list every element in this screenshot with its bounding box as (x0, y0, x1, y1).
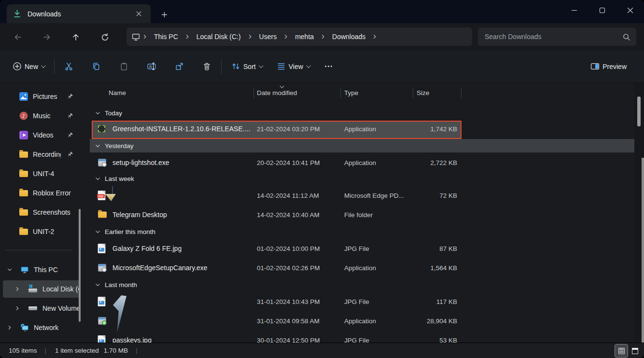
column-separator[interactable] (413, 88, 413, 98)
file-row-galaxy-z-fold[interactable]: Galaxy Z Fold 6 FE.jpg 01-02-2024 10:00 … (90, 240, 634, 257)
file-row-telegram-desktop[interactable]: Telegram Desktop 14-02-2024 10:40 AM Fil… (90, 207, 634, 223)
window-edge-scrollbar (642, 158, 644, 343)
chevron-right-icon (320, 33, 326, 40)
file-row-edge-setup-canary[interactable]: MicrosoftEdgeSetupCanary.exe 01-02-2024 … (90, 260, 634, 276)
column-separator[interactable] (461, 88, 462, 98)
new-tab-button[interactable] (158, 9, 170, 20)
rename-button[interactable]: A (143, 57, 160, 76)
group-header-earlier-this-month[interactable]: Earlier this month (90, 225, 634, 238)
close-button[interactable] (616, 0, 644, 20)
ellipsis-icon (324, 62, 333, 71)
close-icon (627, 7, 633, 14)
chevron-right-icon[interactable] (14, 286, 20, 292)
chevron-down-icon[interactable] (7, 267, 13, 273)
sidebar-item-unit-4[interactable]: UNIT-4 (3, 165, 80, 182)
file-size: 117 KB (436, 298, 457, 305)
column-separator[interactable] (340, 88, 341, 98)
minimize-button[interactable] (560, 0, 588, 20)
more-options-button[interactable] (320, 57, 337, 76)
delete-button[interactable] (198, 57, 215, 76)
column-header-name[interactable]: Name (109, 89, 126, 96)
jpg-file-icon (98, 244, 105, 253)
sidebar-item-videos[interactable]: Videos (3, 126, 80, 144)
view-button[interactable]: View (273, 57, 313, 76)
group-label: Yesterday (105, 142, 134, 150)
file-row-setup-lightshot[interactable]: setup-lightshot.exe 20-02-2024 10:41 PM … (90, 154, 634, 171)
column-header-size[interactable]: Size (417, 89, 429, 96)
breadcrumb-users[interactable]: Users (254, 33, 282, 41)
refresh-icon (100, 33, 110, 42)
details-view-button[interactable] (615, 344, 628, 357)
chevron-right-icon[interactable] (14, 305, 20, 311)
new-button[interactable]: New (9, 57, 48, 76)
copy-button[interactable] (88, 57, 105, 76)
sidebar-item-roblox-error[interactable]: Roblox Error (3, 184, 80, 202)
this-pc-icon (131, 32, 140, 41)
refresh-button[interactable] (98, 30, 112, 44)
preview-label: Preview (602, 63, 627, 70)
sidebar-item-network[interactable]: Network (3, 319, 80, 336)
sort-button[interactable]: Sort (227, 57, 266, 76)
column-header-type[interactable]: Type (344, 89, 358, 96)
sidebar-item-this-pc[interactable]: This PC (3, 261, 80, 278)
new-label: New (25, 63, 38, 70)
file-row-passkeys[interactable]: passkeys.jpg 30-01-2024 12:50 PM JPG Fil… (90, 332, 634, 344)
search-input[interactable] (478, 33, 622, 41)
sidebar-scrollbar[interactable] (79, 209, 81, 322)
tab-downloads[interactable]: Downloads (7, 4, 151, 23)
breadcrumb-mehta[interactable]: mehta (290, 33, 319, 41)
column-header-date-modified[interactable]: Date modified (257, 89, 297, 96)
group-header-last-week[interactable]: Last week (90, 172, 634, 185)
cut-button[interactable] (60, 57, 77, 76)
sidebar-item-new-volume[interactable]: New Volume (3, 300, 80, 317)
folder-icon (19, 171, 28, 177)
drive-icon (28, 305, 38, 312)
toolbar-separator (54, 59, 55, 74)
chevron-right-icon[interactable] (7, 325, 13, 330)
up-button[interactable] (69, 30, 83, 44)
preview-button[interactable]: Preview (587, 57, 633, 76)
sidebar-item-screenshots[interactable]: Screenshots (3, 204, 80, 221)
file-row-application-1[interactable]: 31-01-2024 09:58 AM Application 28,904 K… (90, 313, 634, 329)
file-size: 28,904 KB (427, 317, 457, 325)
sidebar-item-local-disk-c[interactable]: Local Disk (C:) (3, 280, 80, 298)
maximize-icon (600, 8, 605, 13)
breadcrumb-local-disk[interactable]: Local Disk (C:) (192, 33, 246, 41)
forward-button[interactable] (40, 30, 54, 44)
sidebar-divider (6, 250, 72, 250)
breadcrumb-downloads[interactable]: Downloads (327, 33, 370, 41)
pin-icon (67, 93, 73, 100)
file-type: Application (344, 317, 376, 325)
large-icons-view-button[interactable] (629, 344, 641, 357)
chevron-down-icon (95, 110, 101, 116)
cursor-artifact (112, 186, 113, 194)
paste-button[interactable] (115, 57, 132, 76)
sidebar-label: Recordings (33, 151, 61, 158)
sidebar-item-music[interactable]: ♪ Music (3, 107, 80, 124)
column-separator[interactable] (253, 88, 254, 98)
file-date: 31-01-2024 09:58 AM (257, 317, 320, 325)
sidebar-item-unit-2[interactable]: UNIT-2 (3, 223, 80, 240)
file-type: JPG File (344, 245, 369, 252)
file-row-jpg-1[interactable]: 31-01-2024 10:43 PM JPG File 117 KB (90, 293, 634, 310)
file-row-greenshot-installer[interactable]: Greenshot-INSTALLER-1.2.10.6-RELEASE....… (90, 121, 634, 137)
back-button[interactable] (11, 30, 25, 44)
sidebar-label: UNIT-2 (33, 228, 80, 235)
breadcrumb-this-pc[interactable]: This PC (149, 33, 183, 41)
file-name: Galaxy Z Fold 6 FE.jpg (112, 245, 182, 252)
share-button[interactable] (171, 57, 188, 76)
group-header-last-month[interactable]: Last month (90, 278, 634, 291)
maximize-button[interactable] (588, 0, 616, 20)
search-box[interactable] (478, 28, 636, 46)
file-list: Name Date modified Type Size Today Green… (90, 83, 634, 344)
sidebar-item-pictures[interactable]: Pictures (3, 88, 80, 105)
list-scrollbar-thumb[interactable] (637, 96, 641, 126)
search-icon (622, 33, 630, 41)
sidebar-item-recordings[interactable]: Recordings (3, 146, 80, 163)
file-type: JPG File (344, 298, 369, 305)
pdf-file-icon (98, 191, 105, 200)
file-row-pdf[interactable]: 14-02-2024 11:12 AM Microsoft Edge PD...… (90, 187, 634, 204)
group-header-today[interactable]: Today (90, 106, 634, 120)
group-header-yesterday[interactable]: Yesterday (90, 139, 634, 152)
tab-close-button[interactable] (132, 8, 145, 20)
